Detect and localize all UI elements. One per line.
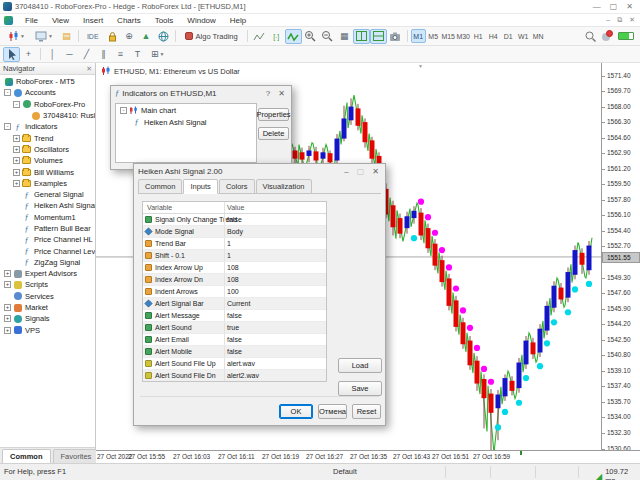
indicators-tree[interactable]: -Main chartƒHeiken Ashi Signal [115, 103, 257, 163]
expand-icon[interactable]: + [4, 270, 11, 277]
properties-button[interactable]: Properties [258, 108, 289, 121]
crosshair-tool-button[interactable]: + [20, 47, 37, 62]
expand-icon[interactable]: + [13, 157, 20, 164]
mdi-restore-button[interactable]: ⧉ [617, 16, 622, 24]
navigator-close-icon[interactable]: ✕ [86, 65, 92, 73]
timeframe-m1-button[interactable]: M1 [411, 29, 426, 43]
zigzag-objects-button[interactable] [285, 29, 302, 44]
param-value[interactable]: false [227, 216, 242, 223]
close-button[interactable]: ✕ [626, 2, 633, 11]
input-row-alert-sound-file-dn[interactable]: Alert Sound File Dnalert2.wav [143, 370, 326, 382]
new-chart-button[interactable]: ▼ [30, 29, 58, 44]
timeframe-h1-button[interactable]: H1 [471, 29, 486, 43]
expand-icon[interactable]: + [13, 135, 20, 142]
menu-help[interactable]: Help [223, 15, 253, 26]
profile-selector[interactable]: Default [333, 467, 357, 476]
menu-file[interactable]: File [18, 15, 45, 26]
param-value[interactable]: 100 [227, 288, 239, 295]
sidebar-item-pattern-bull-bear[interactable]: ƒPattern Bull Bear [0, 223, 95, 234]
sidebar-item-price-channel-hl[interactable]: ƒPrice Channel HL [0, 234, 95, 245]
minimize-button[interactable]: — [593, 2, 601, 11]
properties-dialog-titlebar[interactable]: Heiken Ashi Signal 2.00 – ▢ ✕ [134, 164, 385, 178]
sidebar-item-accounts[interactable]: -Accounts [0, 87, 95, 98]
sidebar-item-bill-williams[interactable]: +Bill Williams [0, 166, 95, 177]
menu-window[interactable]: Window [180, 15, 222, 26]
price-axis[interactable]: 1571.401569.701568.001566.301564.601562.… [601, 63, 640, 450]
new-order-button[interactable]: ▤ [58, 29, 75, 44]
input-row-mode-signal[interactable]: Mode SignalBody [143, 226, 326, 238]
sidebar-item-indicators[interactable]: -ƒIndicators [0, 121, 95, 132]
zoom-out-button[interactable] [319, 29, 336, 44]
collapse-icon[interactable]: - [4, 123, 11, 130]
param-value[interactable]: false [227, 312, 242, 319]
param-value[interactable]: Current [227, 300, 250, 307]
tile-windows-vertical-button[interactable] [353, 29, 370, 44]
param-value[interactable]: 1 [227, 252, 231, 259]
menu-tools[interactable]: Tools [148, 15, 181, 26]
chart-shift-marker[interactable]: ▼ [418, 63, 423, 69]
expand-icon[interactable]: + [4, 304, 11, 311]
timeframe-m15-button[interactable]: M15 [441, 29, 456, 43]
vertical-line-tool-button[interactable]: │ [44, 47, 61, 62]
input-row-shift-0-1[interactable]: Shift - 0.11 [143, 250, 326, 262]
sidebar-item-zigzag-signal[interactable]: ƒZigZag Signal [0, 257, 95, 268]
sidebar-item-roboforex-mt5[interactable]: RoboForex - MT5 [0, 76, 95, 87]
expand-icon[interactable]: + [4, 327, 11, 334]
param-value[interactable]: 1 [227, 240, 231, 247]
sidebar-item-vps[interactable]: +VPS [0, 325, 95, 336]
load-button[interactable]: Load [338, 358, 382, 373]
mdi-close-button[interactable]: ✕ [629, 16, 635, 24]
dialog-close-button[interactable]: ✕ [372, 167, 379, 176]
grid-button[interactable]: ▦ [336, 29, 353, 44]
param-value[interactable]: false [227, 348, 242, 355]
param-value[interactable]: 108 [227, 276, 239, 283]
sidebar-item-roboforex-pro[interactable]: -RoboForex-Pro [0, 99, 95, 110]
param-value[interactable]: alert2.wav [227, 372, 259, 379]
tab-visualization[interactable]: Visualization [256, 179, 312, 194]
param-value[interactable]: Body [227, 228, 243, 235]
sidebar-item-signals[interactable]: +Signals [0, 313, 95, 324]
screenshot-camera-button[interactable] [387, 29, 404, 44]
expand-icon[interactable]: + [13, 180, 20, 187]
timeframe-d1-button[interactable]: D1 [501, 29, 516, 43]
cursor-tool-button[interactable] [3, 47, 20, 62]
reset-button[interactable]: Reset [352, 404, 381, 419]
sidebar-item-market[interactable]: +Market [0, 302, 95, 313]
param-value[interactable]: false [227, 336, 242, 343]
algo-trading-button[interactable]: Algo Trading [179, 29, 244, 44]
dialog-minimize-button[interactable]: – [344, 167, 348, 176]
input-row-alert-sound[interactable]: Alert Soundtrue [143, 322, 326, 334]
timeframe-mn-button[interactable]: MN [531, 29, 546, 43]
chart-type-button[interactable]: ▼ [3, 29, 30, 44]
cancel-button[interactable]: Отмена [318, 404, 347, 419]
notifications-icon[interactable] [602, 31, 612, 41]
lock-icon[interactable] [104, 29, 121, 44]
timeframe-w1-button[interactable]: W1 [516, 29, 531, 43]
sidebar-item-general-signal[interactable]: ƒGeneral Signal [0, 189, 95, 200]
collapse-icon[interactable]: - [13, 101, 20, 108]
sidebar-item-volumes[interactable]: +Volumes [0, 155, 95, 166]
sidebar-item-price-channel-levels[interactable]: ƒPrice Channel Levels [0, 245, 95, 256]
tab-inputs[interactable]: Inputs [183, 179, 217, 194]
tick-chart-button[interactable] [251, 29, 268, 44]
maximize-button[interactable]: ▢ [610, 2, 618, 11]
sidebar-item-scripts[interactable]: +Scripts [0, 279, 95, 290]
navigator-tab-favorites[interactable]: Favorites [53, 449, 100, 463]
delete-button[interactable]: Delete [258, 127, 289, 140]
sidebar-item-oscillators[interactable]: +Oscillators [0, 144, 95, 155]
timeframe-h4-button[interactable]: H4 [486, 29, 501, 43]
help-button[interactable]: ? [266, 89, 270, 98]
input-row-alert-message[interactable]: Alert Messagefalse [143, 310, 326, 322]
input-row-trend-bar[interactable]: Trend Bar1 [143, 238, 326, 250]
indicators-dialog-titlebar[interactable]: ƒ Indicators on ETHUSD,M1 ? ✕ [111, 86, 291, 100]
menu-charts[interactable]: Charts [110, 15, 148, 26]
connection-icon[interactable]: ⊕ [121, 29, 138, 44]
expand-icon[interactable]: + [4, 281, 11, 288]
dialog-maximize-button[interactable]: ▢ [357, 167, 365, 176]
timeframe-m30-button[interactable]: M30 [456, 29, 471, 43]
sidebar-item-heiken-ashi-signal[interactable]: ƒHeiken Ashi Signal [0, 200, 95, 211]
indicator-list-item-heiken-ashi-signal[interactable]: ƒHeiken Ashi Signal [116, 116, 256, 128]
sidebar-item-examples[interactable]: +Examples [0, 178, 95, 189]
sidebar-item-trend[interactable]: +Trend [0, 132, 95, 143]
sidebar-item-momentum1[interactable]: ƒMomentum1 [0, 212, 95, 223]
